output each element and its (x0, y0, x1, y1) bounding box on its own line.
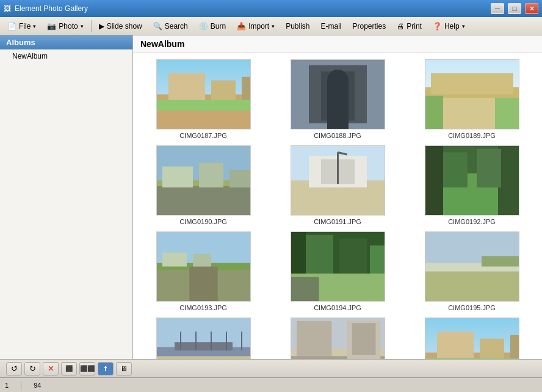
slideshow-icon: ▶ (99, 22, 104, 31)
burn-icon: 💿 (199, 22, 208, 31)
photo-image (291, 318, 385, 359)
slideshow-toolbar-button[interactable]: ⬛⬛ (79, 362, 95, 376)
photo-filename: CIMG0188.JPG (314, 132, 361, 139)
titlebar: 🖼 Element Photo Gallery ─ □ ✕ (0, 0, 542, 17)
page-number: 1 (5, 382, 9, 389)
photo-image (156, 231, 251, 302)
maximize-button[interactable]: □ (508, 3, 521, 14)
menu-import[interactable]: 📥 Import ▾ (232, 20, 280, 32)
photo-thumbnail (291, 145, 385, 216)
photo-filename: CIMG0190.JPG (179, 218, 227, 225)
status-count: 94 (34, 382, 41, 389)
photo-thumbnail (291, 318, 385, 359)
photo-image (425, 59, 519, 129)
photo-image (291, 59, 385, 129)
photo-filename: CIMG0189.JPG (448, 132, 496, 139)
search-icon: 🔍 (153, 22, 162, 31)
app-icon: 🖼 (4, 4, 11, 13)
menu-properties[interactable]: Properties (348, 20, 391, 32)
photo-thumbnail (156, 145, 251, 216)
photo-filename: CIMG0187.JPG (179, 132, 227, 139)
photo-filename: CIMG0192.JPG (448, 218, 496, 225)
menu-photo[interactable]: 📷 Photo ▾ (42, 20, 88, 32)
photo-cell[interactable]: CIMG0190.JPG (139, 145, 267, 225)
view-mode-button[interactable]: ⬛ (61, 362, 77, 376)
photo-cell[interactable]: CIMG0195.JPG (408, 231, 536, 311)
photo-cell[interactable]: CIMG0193.JPG (139, 231, 267, 311)
title-text: Element Photo Gallery (15, 4, 88, 13)
photo-thumbnail (156, 59, 251, 129)
import-arrow: ▾ (272, 23, 275, 29)
photo-thumbnail (156, 231, 251, 302)
menu-email[interactable]: E-mail (316, 20, 347, 32)
photo-thumbnail (425, 318, 519, 359)
toolbar-icons-left: ↺ ↻ ✕ ⬛ ⬛⬛ f 🖥 (6, 362, 132, 376)
menu-sep-1 (91, 20, 92, 32)
photo-count: 94 (34, 382, 41, 389)
photo-image (156, 145, 251, 216)
menu-slideshow[interactable]: ▶ Slide show (94, 20, 147, 32)
rotate-left-button[interactable]: ↺ (6, 362, 22, 376)
photo-image (156, 59, 251, 129)
photo-thumbnail (156, 318, 251, 359)
photo-image (291, 231, 385, 302)
photo-filename: CIMG0194.JPG (314, 304, 361, 311)
photo-filename: CIMG0193.JPG (179, 304, 227, 311)
menu-publish[interactable]: Publish (281, 20, 314, 32)
photo-grid-container[interactable]: CIMG0187.JPGCIMG0188.JPGCIMG0189.JPGCIMG… (133, 53, 542, 359)
file-icon: 📄 (7, 22, 16, 31)
menu-burn[interactable]: 💿 Burn (194, 20, 231, 32)
photo-thumbnail (425, 145, 519, 216)
menu-file[interactable]: 📄 File ▾ (2, 20, 41, 32)
photo-cell[interactable]: CIMG0187.JPG (139, 59, 267, 139)
photo-image (425, 318, 519, 359)
content-area: NewAlbum CIMG0187.JPGCIMG0188.JPGCIMG018… (133, 35, 542, 359)
sidebar-item-newalbum[interactable]: NewAlbum (0, 49, 132, 63)
photo-cell[interactable]: CIMG0194.JPG (273, 231, 402, 311)
photo-image (156, 318, 251, 359)
status-page: 1 (5, 382, 9, 389)
menubar: 📄 File ▾ 📷 Photo ▾ ▶ Slide show 🔍 Search… (0, 17, 542, 35)
help-icon: ❓ (433, 22, 442, 31)
menu-help[interactable]: ❓ Help ▾ (428, 20, 470, 32)
photo-cell[interactable]: CIMG0197.JPG (273, 318, 402, 359)
facebook-button[interactable]: f (98, 362, 114, 376)
photo-cell[interactable]: CIMG0196.JPG (139, 318, 267, 359)
print-icon: 🖨 (397, 22, 404, 31)
photo-cell[interactable]: CIMG0192.JPG (408, 145, 536, 225)
status-bar: 1 94 (0, 377, 542, 392)
content-title: NewAlbum (133, 35, 542, 53)
menu-print[interactable]: 🖨 Print (392, 20, 427, 32)
main-layout: Albums NewAlbum NewAlbum CIMG0187.JPGCIM… (0, 35, 542, 359)
photo-arrow: ▾ (81, 23, 84, 29)
bottom-toolbar: ↺ ↻ ✕ ⬛ ⬛⬛ f 🖥 (0, 359, 542, 377)
photo-thumbnail (291, 231, 385, 302)
photo-cell[interactable]: CIMG0191.JPG (273, 145, 402, 225)
photo-filename: CIMG0191.JPG (314, 218, 361, 225)
photo-icon: 📷 (47, 22, 56, 31)
sidebar: Albums NewAlbum (0, 35, 133, 359)
delete-button[interactable]: ✕ (43, 362, 59, 376)
photo-filename: CIMG0195.JPG (448, 304, 496, 311)
photo-image (425, 231, 519, 302)
minimize-button[interactable]: ─ (491, 3, 504, 14)
photo-cell[interactable]: CIMG0189.JPG (408, 59, 536, 139)
photo-thumbnail (425, 231, 519, 302)
photo-grid: CIMG0187.JPGCIMG0188.JPGCIMG0189.JPGCIMG… (139, 59, 536, 359)
photo-thumbnail (291, 59, 385, 129)
close-button[interactable]: ✕ (525, 3, 538, 14)
status-divider (21, 381, 21, 390)
help-arrow: ▾ (462, 23, 465, 29)
import-icon: 📥 (237, 22, 246, 31)
file-arrow: ▾ (33, 23, 36, 29)
sidebar-item-label: NewAlbum (12, 52, 48, 60)
fullscreen-button[interactable]: 🖥 (116, 362, 132, 376)
photo-cell[interactable]: CIMG0188.JPG (273, 59, 402, 139)
rotate-right-button[interactable]: ↻ (24, 362, 40, 376)
sidebar-header: Albums (0, 35, 132, 49)
photo-cell[interactable]: CIMG0198.JPG (408, 318, 536, 359)
photo-image (425, 145, 519, 216)
photo-thumbnail (425, 59, 519, 129)
menu-search[interactable]: 🔍 Search (148, 20, 193, 32)
photo-image (291, 145, 385, 216)
